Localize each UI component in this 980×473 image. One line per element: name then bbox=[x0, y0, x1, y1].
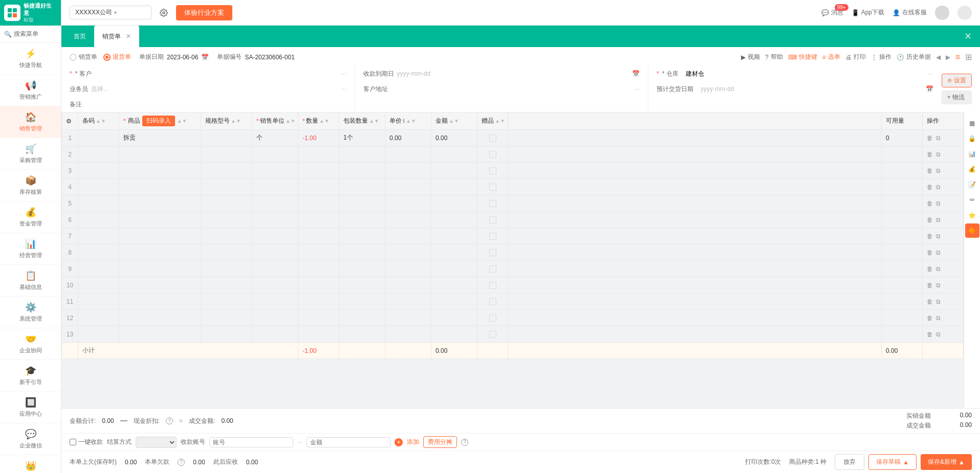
print-btn[interactable]: 🖨 打印 bbox=[845, 53, 866, 61]
delete-icon-3[interactable]: 🗑 bbox=[927, 167, 933, 174]
gift-sort-icon[interactable]: ▲▼ bbox=[495, 119, 505, 124]
operation-btn[interactable]: ⋮ 操作 bbox=[871, 53, 891, 61]
delete-icon-12[interactable]: 🗑 bbox=[927, 314, 933, 322]
delete-icon-5[interactable]: 🗑 bbox=[927, 200, 933, 207]
delete-icon-10[interactable]: 🗑 bbox=[927, 282, 933, 289]
tab-home[interactable]: 首页 bbox=[66, 26, 94, 47]
delete-icon-7[interactable]: 🗑 bbox=[927, 233, 933, 240]
radio-return[interactable]: 退货单 bbox=[103, 53, 131, 61]
app-download-button[interactable]: 📱 App下载 bbox=[852, 8, 884, 17]
add-payment-button[interactable]: + bbox=[395, 438, 403, 446]
company-selector[interactable]: XXXXXX公司 ▾ bbox=[70, 6, 151, 19]
delete-icon-8[interactable]: 🗑 bbox=[927, 249, 933, 256]
online-service-button[interactable]: 👤 在线客服 bbox=[892, 8, 927, 17]
right-panel-icon-1[interactable]: ▦ bbox=[965, 116, 979, 130]
gift-checkbox-12[interactable] bbox=[489, 314, 496, 322]
sidebar-item-sales[interactable]: 🏠 销售管理 bbox=[0, 106, 61, 138]
gift-checkbox-2[interactable] bbox=[489, 151, 496, 158]
unit-sort-icon[interactable]: ▲▼ bbox=[286, 119, 296, 124]
history-btn[interactable]: 🕐 历史单据 bbox=[897, 53, 931, 61]
copy-icon-9[interactable]: ⧉ bbox=[936, 265, 941, 273]
gift-checkbox-6[interactable] bbox=[489, 216, 496, 223]
sidebar-item-basic[interactable]: 📋 基础信息 bbox=[0, 265, 61, 297]
delete-icon-6[interactable]: 🗑 bbox=[927, 216, 933, 223]
radio-sale[interactable]: 销货单 bbox=[70, 53, 97, 61]
sidebar-item-finance[interactable]: 💰 资金管理 bbox=[0, 201, 61, 233]
scan-button[interactable]: 扫码录入 bbox=[142, 116, 175, 126]
delete-icon-11[interactable]: 🗑 bbox=[927, 298, 933, 305]
gift-checkbox-5[interactable] bbox=[489, 200, 496, 207]
tab-close-icon[interactable]: ✕ bbox=[126, 33, 131, 40]
spec-sort-icon[interactable]: ▲▼ bbox=[231, 119, 241, 124]
salesperson-more-icon[interactable]: ··· bbox=[341, 85, 346, 93]
qty-sort-icon[interactable]: ▲▼ bbox=[319, 119, 330, 124]
unit-price-info-icon[interactable]: ℹ bbox=[403, 118, 405, 124]
payment-method-select[interactable] bbox=[136, 437, 177, 448]
gift-checkbox-9[interactable] bbox=[489, 265, 496, 273]
save-draft-button[interactable]: 保存草稿 ▲ bbox=[868, 454, 917, 470]
sidebar-item-purchase[interactable]: 🛒 采购管理 bbox=[0, 138, 61, 170]
salesperson-input[interactable]: 选择... bbox=[91, 85, 338, 94]
right-panel-icon-4[interactable]: 💰 bbox=[965, 162, 979, 176]
right-panel-icon-8[interactable]: 🔶 bbox=[965, 223, 979, 238]
copy-icon-1[interactable]: ⧉ bbox=[936, 134, 941, 142]
one-click-checkbox[interactable] bbox=[70, 439, 76, 445]
user-avatar2[interactable] bbox=[957, 6, 972, 20]
sidebar-item-guide[interactable]: 🎓 新手引导 bbox=[0, 360, 61, 392]
amount-sort-icon[interactable]: ▲▼ bbox=[449, 119, 459, 124]
abandon-button[interactable]: 放弃 bbox=[835, 454, 864, 470]
gift-checkbox-3[interactable] bbox=[489, 167, 496, 174]
unit-price-sort-icon[interactable]: ▲▼ bbox=[406, 119, 416, 124]
copy-icon-12[interactable]: ⧉ bbox=[936, 314, 941, 322]
sidebar-item-enterprise[interactable]: 🤝 企业协同 bbox=[0, 328, 61, 360]
amount-input[interactable] bbox=[307, 437, 390, 447]
nav-prev-icon[interactable]: ◀ bbox=[936, 54, 941, 61]
copy-icon-2[interactable]: ⧉ bbox=[936, 151, 941, 158]
sidebar-item-quick-nav[interactable]: ⚡ 快捷导航 bbox=[0, 43, 61, 75]
delete-icon-2[interactable]: 🗑 bbox=[927, 151, 933, 158]
fee-split-button[interactable]: 费用分摊 bbox=[423, 436, 457, 448]
right-panel-icon-5[interactable]: 📝 bbox=[965, 177, 979, 192]
help-btn[interactable]: ? 帮助 bbox=[765, 53, 783, 61]
gift-checkbox-13[interactable] bbox=[489, 331, 496, 338]
shortcut-btn[interactable]: ⌨ 快捷键 bbox=[788, 53, 817, 61]
expected-date-input[interactable]: yyyy-mm-dd bbox=[696, 85, 923, 93]
customer-addr-more-icon[interactable]: ··· bbox=[635, 85, 640, 93]
date-calendar-icon[interactable]: 📅 bbox=[201, 54, 209, 61]
logistics-button[interactable]: + 物流 bbox=[942, 91, 972, 104]
list-view-icon[interactable]: ≡ bbox=[955, 53, 960, 62]
sidebar-item-wechat[interactable]: 💬 企业微信 bbox=[0, 423, 61, 455]
copy-icon-8[interactable]: ⧉ bbox=[936, 249, 941, 256]
copy-icon-4[interactable]: ⧉ bbox=[936, 184, 941, 191]
sidebar-item-inventory[interactable]: 📦 库存核算 bbox=[0, 170, 61, 201]
gift-checkbox-8[interactable] bbox=[489, 249, 496, 256]
gift-checkbox-10[interactable] bbox=[489, 282, 496, 289]
gift-checkbox-11[interactable] bbox=[489, 298, 496, 305]
copy-icon-13[interactable]: ⧉ bbox=[936, 331, 941, 338]
row-qty-1[interactable]: -1.00 bbox=[298, 130, 339, 146]
customer-more-icon[interactable]: ··· bbox=[341, 70, 346, 77]
right-panel-icon-3[interactable]: 📊 bbox=[965, 147, 979, 161]
copy-icon-5[interactable]: ⧉ bbox=[936, 200, 941, 207]
discount-help-icon[interactable]: ? bbox=[166, 417, 173, 424]
sidebar-search[interactable]: 🔍 搜索菜单 bbox=[0, 26, 61, 43]
copy-icon-10[interactable]: ⧉ bbox=[936, 282, 941, 289]
payment-due-calendar-icon[interactable]: 📅 bbox=[632, 70, 640, 77]
video-btn[interactable]: ▶ 视频 bbox=[741, 53, 760, 61]
copy-icon-11[interactable]: ⧉ bbox=[936, 298, 941, 305]
sidebar-item-member[interactable]: 👑 畅会员 bbox=[0, 455, 61, 473]
product-sort-icon[interactable]: ▲▼ bbox=[177, 119, 187, 124]
select-btn[interactable]: ≡ 选单 bbox=[822, 53, 840, 61]
delete-icon-4[interactable]: 🗑 bbox=[927, 184, 933, 191]
row-product-1[interactable]: 拆贡 bbox=[119, 130, 201, 146]
fee-help-icon[interactable]: ? bbox=[461, 439, 468, 446]
row-pkg-qty-1[interactable]: 1个 bbox=[339, 130, 385, 146]
nav-next-icon[interactable]: ▶ bbox=[946, 54, 950, 61]
gift-checkbox-1[interactable] bbox=[489, 134, 496, 142]
sidebar-item-appstore[interactable]: 🔲 应用中心 bbox=[0, 392, 61, 423]
gift-checkbox-7[interactable] bbox=[489, 233, 496, 240]
row-unit-price-1[interactable]: 0.00 bbox=[385, 130, 431, 146]
right-panel-icon-6[interactable]: ✏ bbox=[965, 193, 979, 207]
tab-bar-close-button[interactable]: ✕ bbox=[960, 31, 976, 42]
row-spec-1[interactable] bbox=[201, 130, 252, 146]
